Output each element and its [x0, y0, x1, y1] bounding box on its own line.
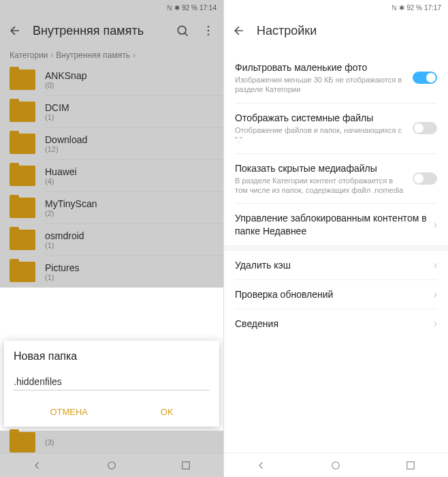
settings-section: Фильтровать маленькие фото Изображения м…: [224, 53, 448, 245]
folder-row[interactable]: Download (12): [0, 128, 223, 159]
appbar: Внутренняя память: [0, 15, 223, 46]
svg-point-2: [208, 30, 210, 32]
folder-count: (12): [45, 145, 214, 153]
setting-row[interactable]: Показать скрытые медиафайлы В разделе Ка…: [224, 154, 448, 204]
chevron-right-icon: ›: [133, 50, 135, 60]
search-icon[interactable]: [174, 22, 191, 39]
setting-title: Проверка обновлений: [235, 288, 427, 301]
nav-back-icon[interactable]: [255, 459, 268, 472]
setting-row[interactable]: Фильтровать маленькие фото Изображения м…: [224, 53, 448, 103]
bluetooth-icon: ✱: [399, 4, 404, 12]
folder-icon: [10, 230, 35, 250]
status-bar: ℕ ✱ 92 % 17:17: [224, 0, 448, 15]
svg-point-0: [178, 26, 186, 34]
nav-recent-icon[interactable]: [180, 459, 192, 472]
chevron-right-icon: ›: [434, 318, 437, 330]
setting-title: Управление заблокированным контентом в п…: [235, 212, 427, 236]
time-text: 17:17: [424, 4, 441, 12]
folder-row[interactable]: Huawei (4): [0, 160, 223, 191]
folder-icon: [10, 102, 35, 122]
folder-icon: [10, 70, 35, 90]
folder-name: DCIM: [45, 102, 214, 113]
svg-rect-7: [407, 461, 415, 469]
folder-icon: [10, 198, 35, 218]
setting-title: Сведения: [235, 318, 427, 330]
folder-row[interactable]: DCIM (1): [0, 96, 223, 127]
chevron-right-icon: ›: [50, 50, 53, 60]
setting-title: Отображать системные файлы: [235, 112, 406, 124]
setting-title: Удалить кэш: [235, 259, 427, 271]
folder-count: (1): [45, 273, 214, 281]
setting-desc: Изображения меньше 30 КБ не отображаются…: [235, 75, 406, 95]
back-icon[interactable]: [7, 22, 23, 39]
folder-count: (1): [45, 241, 214, 249]
navbar: [224, 452, 448, 477]
cancel-button[interactable]: ОТМЕНА: [36, 400, 101, 424]
folder-count: (2): [45, 209, 214, 217]
nav-home-icon[interactable]: [106, 459, 118, 472]
toggle-switch[interactable]: [413, 122, 437, 134]
svg-rect-5: [182, 461, 190, 469]
folder-name: osmdroid: [45, 230, 214, 241]
folder-count: (1): [45, 113, 214, 121]
folder-icon: [10, 166, 35, 186]
folder-name: Huawei: [45, 166, 214, 177]
folder-name: ANKSnap: [45, 70, 214, 81]
setting-desc: Отображение файлов и папок, начинающихся…: [235, 125, 406, 145]
more-icon[interactable]: [200, 22, 217, 39]
folder-icon: [10, 432, 35, 452]
folder-name-input[interactable]: [14, 373, 210, 390]
setting-row[interactable]: Проверка обновлений ›: [224, 280, 448, 309]
setting-row[interactable]: Отображать системные файлы Отображение ф…: [224, 104, 448, 153]
folder-row[interactable]: MyTinyScan (2): [0, 192, 223, 224]
chevron-right-icon: ›: [434, 288, 437, 301]
svg-point-3: [208, 34, 210, 36]
battery-text: 92 %: [406, 4, 422, 12]
setting-title: Фильтровать маленькие фото: [235, 61, 406, 74]
folder-icon: [10, 134, 35, 154]
page-title: Настройки: [257, 24, 441, 38]
back-icon[interactable]: [231, 22, 247, 39]
svg-point-1: [208, 26, 210, 28]
folder-name: Pictures: [45, 262, 214, 273]
page-title: Внутренняя память: [33, 24, 165, 38]
navbar: [0, 452, 223, 477]
battery-text: 92 %: [182, 4, 197, 12]
nav-back-icon[interactable]: [31, 459, 44, 472]
setting-row[interactable]: Сведения ›: [224, 309, 448, 338]
toggle-switch[interactable]: [413, 172, 437, 185]
breadcrumb-item[interactable]: Категории: [10, 50, 48, 60]
folder-row[interactable]: osmdroid (1): [0, 224, 223, 256]
folder-count: (4): [45, 177, 214, 185]
folder-name: MyTinyScan: [45, 198, 214, 209]
folder-row[interactable]: Pictures (1): [0, 256, 223, 288]
setting-row[interactable]: Управление заблокированным контентом в п…: [224, 204, 448, 245]
setting-row[interactable]: Удалить кэш ›: [224, 251, 448, 279]
folder-count: (0): [45, 81, 214, 89]
status-bar: ℕ ✱ 92 % 17:14: [0, 0, 223, 15]
folder-list: ANKSnap (0) DCIM (1) Download (12) Huawe…: [0, 64, 223, 288]
breadcrumb-item[interactable]: Внутренняя память: [56, 50, 130, 60]
chevron-right-icon: ›: [434, 219, 437, 231]
nfc-icon: ℕ: [167, 4, 172, 12]
breadcrumb[interactable]: Категории › Внутренняя память ›: [0, 46, 223, 64]
folder-row[interactable]: ANKSnap (0): [0, 64, 223, 95]
dialog-title: Новая папка: [14, 350, 210, 363]
chevron-right-icon: ›: [434, 259, 437, 271]
setting-desc: В разделе Категории контент отображается…: [235, 176, 406, 196]
nav-recent-icon[interactable]: [404, 459, 417, 472]
toggle-switch[interactable]: [413, 72, 437, 84]
folder-icon: [10, 262, 35, 282]
bluetooth-icon: ✱: [174, 4, 180, 12]
ok-button[interactable]: OK: [147, 400, 187, 424]
settings-section: Удалить кэш › Проверка обновлений › Свед…: [224, 251, 448, 339]
nav-home-icon[interactable]: [330, 459, 342, 472]
nfc-icon: ℕ: [391, 4, 397, 12]
setting-title: Показать скрытые медиафайлы: [235, 162, 406, 174]
new-folder-dialog: Новая папка ОТМЕНА OK: [4, 341, 219, 427]
folder-count: (3): [45, 438, 214, 446]
svg-point-6: [332, 461, 340, 469]
appbar: Настройки: [224, 15, 448, 46]
svg-point-4: [108, 461, 116, 469]
folder-name: Download: [45, 134, 214, 145]
